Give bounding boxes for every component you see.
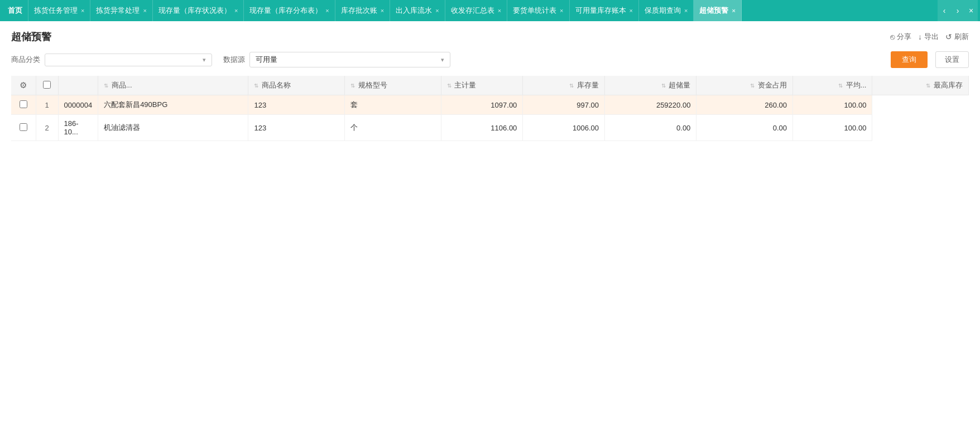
table-row: 1 0000004 六配套新昌490BPG 123 套 1097.00 997.…: [11, 95, 969, 115]
nav-tab-inout-flow[interactable]: 出入库流水 ×: [390, 0, 445, 21]
sort-icon-capital: ⇅: [750, 83, 755, 89]
row-product-code: 186-10...: [58, 115, 98, 141]
nav-arrow-close-all[interactable]: ×: [964, 0, 978, 21]
nav-tab-quality-check-close[interactable]: ×: [684, 7, 688, 14]
nav-tab-tanhuo-abnormal[interactable]: 拣货异常处理 ×: [90, 0, 152, 21]
table-header-capital[interactable]: ⇅ 资金占用: [696, 76, 793, 95]
table-header-over-qty-label: 超储量: [669, 81, 690, 89]
row-product-code: 0000004: [58, 95, 98, 115]
nav-tab-receive-summary-close[interactable]: ×: [498, 7, 501, 14]
nav-tab-stock-dist-label: 现存量（库存分布表）: [249, 6, 322, 16]
category-select[interactable]: ▾: [45, 54, 212, 66]
nav-tab-inout-flow-close[interactable]: ×: [435, 7, 439, 14]
table-header-spec-label: 规格型号: [358, 81, 387, 89]
table-header-max-stock-label: 最高库存: [934, 81, 963, 89]
share-icon: ⎋: [890, 32, 895, 41]
nav-tab-tanhuo-task[interactable]: 拣货任务管理 ×: [28, 0, 90, 21]
export-button[interactable]: ↓ 导出: [918, 32, 939, 42]
gear-icon[interactable]: ⚙: [20, 80, 27, 90]
nav-tab-receive-summary[interactable]: 收发存汇总表 ×: [445, 0, 507, 21]
table-header-max-stock[interactable]: ⇅ 最高库存: [872, 76, 969, 95]
nav-tab-quality-check[interactable]: 保质期查询 ×: [639, 0, 694, 21]
table-header-over-qty[interactable]: ⇅ 超储量: [605, 76, 696, 95]
sort-icon-max-stock: ⇅: [926, 83, 930, 89]
nav-tab-batch-account[interactable]: 库存批次账 ×: [335, 0, 390, 21]
row-spec: 123: [248, 115, 345, 141]
nav-tab-tanhuo-task-close[interactable]: ×: [81, 7, 84, 14]
table-header-checkbox[interactable]: [36, 76, 58, 95]
table-settings-header[interactable]: ⚙: [11, 76, 36, 95]
export-label: 导出: [924, 32, 939, 42]
nav-tab-available-account[interactable]: 可用量库存账本 ×: [570, 0, 639, 21]
row-checkbox-cell[interactable]: [11, 95, 36, 115]
nav-tab-inout-flow-label: 出入库流水: [396, 6, 432, 16]
table-header-avg-label: 平均...: [846, 81, 867, 89]
nav-tab-order-stats-close[interactable]: ×: [560, 7, 563, 14]
sort-icon-product-name: ⇅: [254, 83, 258, 89]
nav-tab-overstock-warning[interactable]: 超储预警 ×: [694, 0, 741, 21]
filter-group-left: 商品分类 ▾: [11, 54, 212, 66]
table-header-product-code[interactable]: ⇅ 商品...: [98, 76, 248, 95]
page-actions: ⎋ 分享 ↓ 导出 ↺ 刷新: [890, 32, 969, 42]
settings-button[interactable]: 设置: [935, 51, 969, 68]
sort-icon-unit: ⇅: [447, 83, 451, 89]
nav-tab-home-label: 首页: [8, 6, 22, 16]
row-spec: 123: [248, 95, 345, 115]
sort-icon-over-qty: ⇅: [661, 83, 666, 89]
nav-arrows: ‹ › ×: [938, 0, 978, 21]
datasource-select[interactable]: 可用量 ▾: [249, 52, 450, 67]
table-header-stock-qty[interactable]: ⇅ 库存量: [523, 76, 605, 95]
row-checkbox[interactable]: [20, 123, 27, 131]
row-number: 1: [36, 95, 58, 115]
nav-arrow-left[interactable]: ‹: [938, 0, 951, 21]
table-header-product-code-label: 商品...: [112, 81, 132, 89]
sort-icon-product-code: ⇅: [104, 83, 108, 89]
page-container: 超储预警 ⎋ 分享 ↓ 导出 ↺ 刷新 商品分类 ▾ 数据源: [0, 21, 980, 150]
page-title: 超储预警: [11, 30, 51, 43]
row-checkbox-cell[interactable]: [11, 115, 36, 141]
table-header-spec[interactable]: ⇅ 规格型号: [345, 76, 441, 95]
top-navigation: 首页 拣货任务管理 × 拣货异常处理 × 现存量（库存状况表） × 现存量（库存…: [0, 0, 980, 21]
row-number: 2: [36, 115, 58, 141]
nav-tab-overstock-warning-close[interactable]: ×: [732, 7, 735, 14]
query-button[interactable]: 查询: [891, 51, 928, 68]
row-stock-qty: 1106.00: [441, 115, 523, 141]
table-header-product-name[interactable]: ⇅ 商品名称: [248, 76, 345, 95]
select-all-checkbox[interactable]: [43, 81, 51, 89]
sort-icon-stock-qty: ⇅: [569, 83, 574, 89]
nav-arrow-right[interactable]: ›: [951, 0, 964, 21]
row-unit: 套: [345, 95, 441, 115]
share-label: 分享: [897, 32, 911, 42]
nav-tab-stock-dist[interactable]: 现存量（库存分布表） ×: [244, 0, 335, 21]
category-chevron-icon: ▾: [203, 56, 206, 64]
nav-tab-overstock-warning-label: 超储预警: [699, 6, 728, 16]
nav-tab-quality-check-label: 保质期查询: [645, 6, 681, 16]
table-header-row: ⚙ ⇅ 商品... ⇅ 商品名称 ⇅ 规格型号 ⇅ 主计量: [11, 76, 969, 95]
row-checkbox[interactable]: [20, 100, 27, 108]
table-header-avg[interactable]: ⇅ 平均...: [792, 76, 872, 95]
nav-tab-stock-dist-close[interactable]: ×: [325, 7, 329, 14]
category-filter-label: 商品分类: [11, 55, 40, 65]
row-capital-occupied: 259220.00: [605, 95, 696, 115]
filter-row: 商品分类 ▾ 数据源 可用量 ▾ 查询 设置: [11, 51, 969, 68]
nav-tab-available-account-close[interactable]: ×: [630, 7, 633, 14]
refresh-button[interactable]: ↺ 刷新: [945, 32, 969, 42]
nav-tab-home[interactable]: 首页: [2, 0, 28, 21]
share-button[interactable]: ⎋ 分享: [890, 32, 911, 42]
datasource-filter-label: 数据源: [223, 55, 245, 65]
row-unit: 个: [345, 115, 441, 141]
nav-tab-stock-status-label: 现存量（库存状况表）: [158, 6, 231, 16]
nav-tab-tanhuo-abnormal-close[interactable]: ×: [143, 7, 146, 14]
sort-icon-spec: ⇅: [350, 83, 355, 89]
row-max-stock: 100.00: [792, 115, 872, 141]
nav-tab-stock-status[interactable]: 现存量（库存状况表） ×: [153, 0, 244, 21]
nav-tab-batch-account-close[interactable]: ×: [381, 7, 384, 14]
data-table: ⚙ ⇅ 商品... ⇅ 商品名称 ⇅ 规格型号 ⇅ 主计量: [11, 76, 969, 141]
nav-tab-receive-summary-label: 收发存汇总表: [451, 6, 494, 16]
nav-tab-stock-status-close[interactable]: ×: [234, 7, 238, 14]
nav-tab-tanhuo-abnormal-label: 拣货异常处理: [96, 6, 140, 16]
row-over-qty: 1006.00: [523, 115, 605, 141]
table-header-unit[interactable]: ⇅ 主计量: [441, 76, 523, 95]
nav-tab-order-stats[interactable]: 要货单统计表 ×: [507, 0, 569, 21]
nav-tab-tanhuo-task-label: 拣货任务管理: [34, 6, 78, 16]
